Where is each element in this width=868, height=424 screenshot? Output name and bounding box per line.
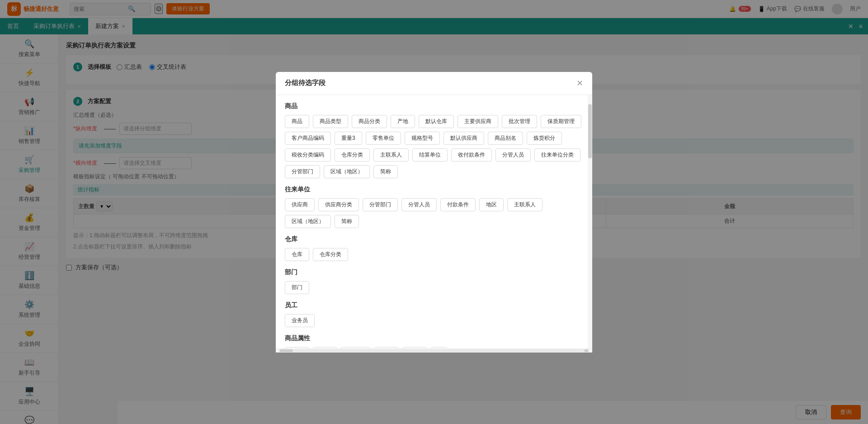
field-contact[interactable]: 主联系人 [507,198,542,211]
employee-fields: 业务员 [285,314,583,327]
field-dept-manager[interactable]: 分管部门 [285,165,320,178]
field-customer-code[interactable]: 客户商品编码 [285,132,331,145]
field-supervisor[interactable]: 分管人员 [495,148,531,162]
product-attr-fields: 属性 颜色 多规格 尺码 鞋码 1 [285,347,583,348]
modal-bottom-scroll-thumb [279,349,293,352]
modal-bottom-scroll-right [584,349,589,352]
field-tax-code[interactable]: 税收分类编码 [285,148,331,162]
field-dept-person[interactable]: 分管人员 [401,198,437,211]
modal-close-button[interactable]: ✕ [576,78,583,88]
field-warehouse-category[interactable]: 仓库分类 [335,148,370,162]
section-warehouse-title: 仓库 [285,235,583,243]
modal-dialog: 分组待选字段 ✕ 商品 商品 商品类型 商品分类 产地 默认仓库 主要供应商 批… [276,72,592,353]
field-weight3[interactable]: 重量3 [335,132,362,145]
field-origin[interactable]: 产地 [391,115,415,128]
field-pay-terms[interactable]: 付款条件 [440,198,476,211]
field-settlement-unit[interactable]: 结算单位 [412,148,448,162]
field-batch-manage[interactable]: 批次管理 [502,115,537,128]
field-product[interactable]: 商品 [285,115,309,128]
section-product-attr: 商品属性 属性 颜色 多规格 尺码 鞋码 1 [285,334,583,348]
section-product-attr-title: 商品属性 [285,334,583,343]
section-dept-title: 部门 [285,268,583,276]
section-dept: 部门 部门 [285,268,583,294]
field-abbr[interactable]: 简称 [373,165,398,178]
field-supplier[interactable]: 供应商 [285,198,315,211]
section-product: 商品 商品 商品类型 商品分类 产地 默认仓库 主要供应商 批次管理 保质期管理… [285,102,583,178]
field-main-supplier[interactable]: 主要供应商 [458,115,498,128]
section-product-title: 商品 [285,102,583,110]
field-product-type[interactable]: 商品类型 [313,115,348,128]
field-warehouse[interactable]: 仓库 [285,248,309,261]
field-multi-spec[interactable]: 多规格 [341,347,371,348]
field-region2[interactable]: 区域（地区） [285,215,331,228]
modal-scrollbar-track[interactable] [588,95,592,348]
field-default-warehouse[interactable]: 默认仓库 [419,115,454,128]
section-employee-title: 员工 [285,301,583,310]
field-dept-manage[interactable]: 分管部门 [363,198,398,211]
warehouse-fields: 仓库 仓库分类 [285,248,583,261]
section-employee: 员工 业务员 [285,301,583,327]
field-area[interactable]: 地区 [479,198,504,211]
field-spec-model[interactable]: 规格型号 [405,132,440,145]
field-product-alias[interactable]: 商品别名 [488,132,523,145]
field-attribute[interactable]: 属性 [285,347,309,348]
section-partner-title: 往来单位 [285,186,583,194]
modal-bottom-scroll-track [293,349,584,352]
field-supplier-category[interactable]: 供应商分类 [318,198,359,211]
field-default-supplier[interactable]: 默认供应商 [443,132,484,145]
section-warehouse: 仓库 仓库 仓库分类 [285,235,583,261]
field-salesperson[interactable]: 业务员 [285,314,315,327]
modal-header: 分组待选字段 ✕ [276,72,592,95]
product-fields: 商品 商品类型 商品分类 产地 默认仓库 主要供应商 批次管理 保质期管理 客户… [285,115,583,178]
modal-overlay[interactable]: 分组待选字段 ✕ 商品 商品 商品类型 商品分类 产地 默认仓库 主要供应商 批… [0,0,868,424]
field-shelf-life[interactable]: 保质期管理 [541,115,581,128]
field-wh-category[interactable]: 仓库分类 [313,248,348,261]
partner-fields: 供应商 供应商分类 分管部门 分管人员 付款条件 地区 主联系人 区域（地区） … [285,198,583,228]
modal-scrollbar-thumb [588,104,592,158]
modal-title: 分组待选字段 [285,79,326,87]
field-partner-category[interactable]: 往来单位分类 [534,148,580,162]
field-retail-unit[interactable]: 零售单位 [366,132,401,145]
field-main-contact[interactable]: 主联系人 [373,148,409,162]
field-dept[interactable]: 部门 [285,281,309,294]
field-points[interactable]: 炼货积分 [527,132,562,145]
field-region[interactable]: 区域（地区） [324,165,370,178]
section-partner: 往来单位 供应商 供应商分类 分管部门 分管人员 付款条件 地区 主联系人 区域… [285,186,583,228]
field-payment-terms[interactable]: 收付款条件 [451,148,492,162]
field-product-category[interactable]: 商品分类 [352,115,387,128]
field-color[interactable]: 颜色 [313,347,337,348]
field-size[interactable]: 尺码 [374,347,399,348]
field-1[interactable]: 1 [430,347,447,348]
dept-fields: 部门 [285,281,583,294]
modal-body: 商品 商品 商品类型 商品分类 产地 默认仓库 主要供应商 批次管理 保质期管理… [276,95,592,348]
field-abbr2[interactable]: 简称 [335,215,359,228]
field-shoe-size[interactable]: 鞋码 [402,347,427,348]
modal-bottom-scrollbar[interactable] [276,348,592,353]
